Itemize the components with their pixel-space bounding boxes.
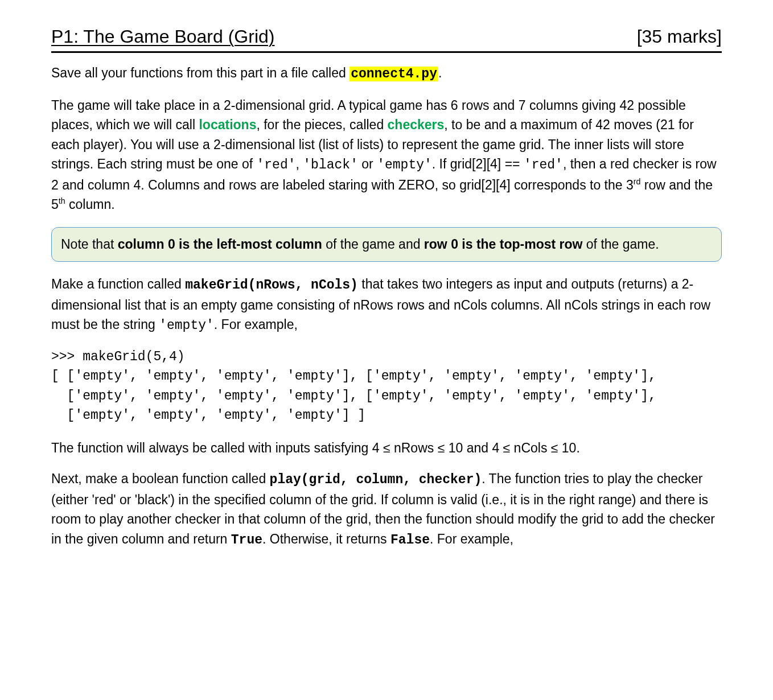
play-t1: Next, make a boolean function called	[51, 471, 270, 486]
play-paragraph: Next, make a boolean function called pla…	[51, 469, 722, 550]
note-b1: column 0 is the left-most column	[118, 237, 322, 252]
filename-highlight: connect4.py	[350, 67, 438, 81]
desc-t2: , for the pieces, called	[256, 117, 387, 132]
code-red2: 'red'	[524, 158, 563, 172]
mg-t3: . For example,	[214, 317, 298, 332]
code-true: True	[231, 533, 262, 547]
intro-prefix: Save all your functions from this part i…	[51, 65, 350, 80]
term-checkers: checkers	[388, 117, 445, 132]
desc-t6a: . If grid[2][4] ==	[432, 157, 524, 171]
mg-empty: 'empty'	[159, 318, 214, 333]
sup-rd: rd	[634, 177, 641, 186]
term-locations: locations	[199, 117, 256, 132]
code-black: 'black'	[303, 158, 358, 172]
section-title: P1: The Game Board (Grid)	[51, 23, 274, 51]
makegrid-paragraph: Make a function called makeGrid(nRows, n…	[51, 274, 722, 336]
desc-t4: ,	[296, 157, 303, 171]
play-t3: . Otherwise, it returns	[262, 532, 390, 546]
code-false: False	[390, 533, 430, 547]
intro-paragraph: Save all your functions from this part i…	[51, 63, 722, 84]
section-marks: [35 marks]	[637, 23, 722, 51]
intro-suffix: .	[438, 65, 442, 80]
sup-th: th	[59, 196, 65, 205]
mg-t1: Make a function called	[51, 277, 185, 291]
desc-t8: column.	[65, 197, 115, 212]
desc-t5: or	[358, 157, 377, 171]
fn-makegrid: makeGrid(nRows, nCols)	[185, 278, 358, 293]
note-t1: Note that	[61, 237, 118, 252]
section-header: P1: The Game Board (Grid) [35 marks]	[51, 23, 722, 53]
description-paragraph: The game will take place in a 2-dimensio…	[51, 96, 722, 215]
code-example: >>> makeGrid(5,4) [ ['empty', 'empty', '…	[51, 347, 722, 426]
note-t2: of the game and	[322, 237, 424, 252]
note-t3: of the game.	[582, 237, 659, 252]
note-callout: Note that column 0 is the left-most colu…	[51, 227, 722, 262]
play-t4: . For example,	[430, 532, 513, 546]
fn-play: play(grid, column, checker)	[270, 472, 482, 487]
code-red: 'red'	[257, 158, 296, 172]
constraint-paragraph: The function will always be called with …	[51, 438, 722, 458]
code-empty: 'empty'	[377, 158, 432, 172]
note-b2: row 0 is the top-most row	[424, 237, 583, 252]
